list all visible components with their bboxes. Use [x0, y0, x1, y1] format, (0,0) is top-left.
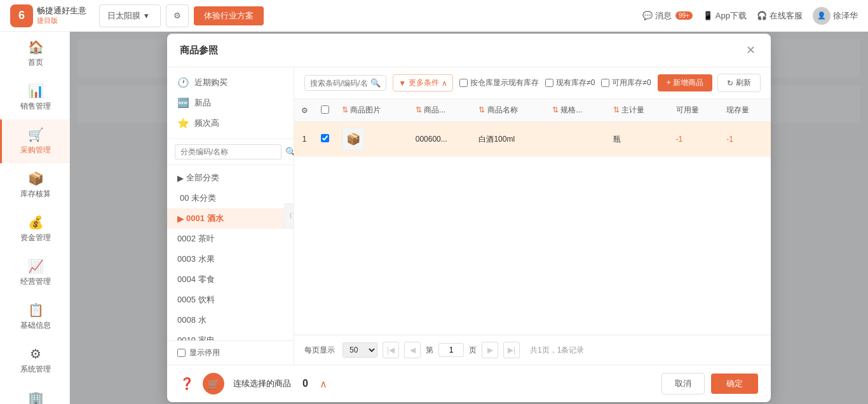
user-menu[interactable]: 👤 徐泽华 — [813, 7, 858, 25]
sidebar-item-enterprise[interactable]: 🏢 企业协同 — [0, 382, 69, 404]
brand-name: 畅捷通好生意 — [37, 6, 86, 17]
service-button[interactable]: 🎧 在线客服 — [757, 10, 803, 22]
sidebar-label-basic: 基础信息 — [20, 320, 51, 331]
product-search-icon[interactable]: 🔍 — [370, 78, 381, 88]
current-stock-checkbox[interactable] — [545, 79, 553, 87]
collapse-panel-button[interactable]: 《 — [284, 203, 294, 229]
category-0004[interactable]: 0004 零食 — [167, 269, 294, 290]
category-search-icon[interactable]: 🔍 — [285, 147, 294, 157]
sidebar-item-ops[interactable]: 📈 经营管理 — [0, 251, 69, 295]
product-image: 📦 — [342, 128, 365, 151]
try-industry-button[interactable]: 体验行业方案 — [194, 6, 264, 25]
current-stock-filter[interactable]: 现有库存≠0 — [545, 77, 595, 88]
filter-label: 更多条件 — [409, 77, 439, 88]
page-prev-button[interactable]: ◀ — [404, 342, 421, 358]
cancel-button[interactable]: 取消 — [661, 373, 705, 394]
nav-right: 💬 消息 99+ 📱 App下载 🎧 在线客服 👤 徐泽华 — [642, 7, 858, 25]
category-00-label: 00 未分类 — [180, 192, 216, 204]
inventory-icon: 📦 — [28, 171, 44, 186]
warehouse-stock-label: 按仓库显示现有库存 — [470, 77, 539, 88]
category-0002[interactable]: 0002 茶叶 — [167, 229, 294, 249]
refresh-button[interactable]: ↻ 刷新 — [717, 74, 761, 92]
row-checkbox-cell[interactable] — [315, 122, 336, 157]
page-last-button[interactable]: ▶| — [503, 342, 520, 358]
product-search-bar: 🔍 — [304, 75, 386, 91]
col-spec: ⇅ 规格... — [546, 99, 607, 122]
toolbar-right: + 新增商品 ↻ 刷新 — [658, 74, 761, 92]
product-reference-dialog: 商品参照 ✕ 🕐 近期购买 🆕 — [167, 34, 771, 402]
col-settings[interactable]: ⚙ — [294, 99, 315, 122]
cart-button[interactable]: 🛒 — [203, 373, 224, 394]
category-search-input[interactable] — [175, 144, 281, 159]
row-stock-cell: -1 — [720, 122, 771, 157]
dialog-close-button[interactable]: ✕ — [743, 43, 758, 58]
category-00[interactable]: 00 未分类 — [167, 188, 294, 208]
add-product-button[interactable]: + 新增商品 — [658, 74, 712, 91]
more-filters-button[interactable]: ▼ 更多条件 ∧ — [393, 74, 453, 91]
footer-collapse-icon[interactable]: ∧ — [320, 378, 327, 390]
sales-icon: 📊 — [28, 83, 44, 98]
category-0008-label: 0008 水 — [177, 314, 207, 326]
continuous-select-label: 连续选择的商品 — [233, 378, 291, 389]
clock-icon: 🕐 — [177, 77, 189, 88]
sidebar-item-finance[interactable]: 💰 资金管理 — [0, 207, 69, 251]
expand-all-icon: ▶ — [177, 173, 184, 183]
sidebar-item-purchase[interactable]: 🛒 采购管理 — [0, 119, 69, 163]
help-icon[interactable]: ❓ — [180, 377, 194, 391]
col-product-img: ⇅ 商品图片 — [336, 99, 409, 122]
ops-icon: 📈 — [28, 259, 44, 274]
page-size-select[interactable]: 50 100 200 — [342, 342, 377, 358]
sidebar-label-ops: 经营管理 — [20, 276, 51, 287]
sidebar-item-inventory[interactable]: 📦 库存核算 — [0, 163, 69, 207]
category-0010-label: 0010 家电 — [177, 335, 215, 340]
category-0001[interactable]: ▶ 0001 酒水 — [167, 208, 294, 229]
page-input[interactable] — [438, 343, 464, 357]
quick-nav-new[interactable]: 🆕 新品 — [167, 93, 294, 113]
category-0003[interactable]: 0003 水果 — [167, 249, 294, 269]
finance-icon: 💰 — [28, 215, 44, 230]
product-search-input[interactable] — [310, 79, 367, 88]
available-stock-checkbox[interactable] — [601, 79, 609, 87]
col-product-name: ⇅ 商品名称 — [472, 99, 546, 122]
table-row[interactable]: 1 📦 000600... 白酒100ml — [294, 122, 771, 157]
dialog-footer: ❓ 🛒 连续选择的商品 0 ∧ 取消 确定 — [167, 365, 771, 402]
current-stock-label: 现有库存≠0 — [556, 77, 595, 88]
filter-icon: ▼ — [398, 79, 406, 88]
page-next-button[interactable]: ▶ — [482, 342, 498, 358]
nav-selector[interactable]: 日太阳膜 ▾ — [99, 4, 161, 27]
row-checkbox[interactable] — [321, 134, 329, 142]
category-0005[interactable]: 0005 饮料 — [167, 290, 294, 310]
warehouse-stock-filter[interactable]: 按仓库显示现有库存 — [459, 77, 539, 88]
col-select-all[interactable] — [315, 99, 336, 122]
col-unit-sort-icon: ⇅ — [613, 105, 620, 114]
category-0010[interactable]: 0010 家电 — [167, 330, 294, 340]
modal-overlay: 商品参照 ✕ 🕐 近期购买 🆕 — [70, 32, 868, 404]
brand-sub: 捷目版 — [37, 16, 86, 25]
top-nav: 6 畅捷通好生意 捷目版 日太阳膜 ▾ ⚙ 体验行业方案 💬 消息 99+ 📱 … — [0, 0, 868, 32]
sidebar-item-system[interactable]: ⚙ 系统管理 — [0, 339, 69, 382]
select-all-checkbox[interactable] — [321, 105, 329, 114]
sidebar-label-inventory: 库存核算 — [20, 189, 51, 199]
quick-nav-recent[interactable]: 🕐 近期购买 — [167, 72, 294, 93]
warehouse-stock-checkbox[interactable] — [459, 79, 468, 87]
category-0005-label: 0005 饮料 — [177, 294, 215, 306]
sidebar-item-basic[interactable]: 📋 基础信息 — [0, 295, 69, 339]
available-stock-filter[interactable]: 可用库存≠0 — [601, 77, 651, 88]
basic-icon: 📋 — [28, 302, 44, 318]
sidebar-label-finance: 资金管理 — [20, 232, 51, 243]
show-disabled-checkbox[interactable] — [177, 349, 186, 357]
category-all[interactable]: ▶ 全部分类 — [167, 168, 294, 188]
confirm-button[interactable]: 确定 — [711, 374, 758, 394]
sidebar-item-sales[interactable]: 📊 销售管理 — [0, 76, 69, 119]
page-first-button[interactable]: |◀ — [383, 342, 399, 358]
message-button[interactable]: 💬 消息 99+ — [642, 10, 693, 22]
settings-button[interactable]: ⚙ — [166, 4, 189, 27]
quick-nav-frequent[interactable]: ⭐ 频次高 — [167, 113, 294, 133]
system-icon: ⚙ — [30, 346, 41, 361]
sidebar-item-home[interactable]: 🏠 首页 — [0, 32, 69, 76]
app-download-button[interactable]: 📱 App下载 — [703, 10, 747, 22]
dialog-header: 商品参照 ✕ — [167, 34, 771, 67]
row-code-cell: 000600... — [409, 122, 473, 157]
new-icon: 🆕 — [177, 97, 189, 109]
category-0008[interactable]: 0008 水 — [167, 310, 294, 330]
